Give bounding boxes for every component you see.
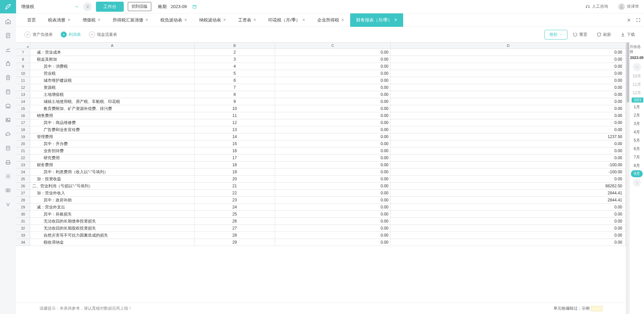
month-item[interactable]: 6月 (634, 145, 640, 153)
month-item[interactable]: 3月 (634, 120, 640, 128)
cell-a[interactable]: 其中：商品维修费 (30, 119, 195, 126)
cell-b[interactable]: 13 (195, 126, 275, 133)
cell-b[interactable]: 22 (195, 190, 275, 197)
tab-8[interactable]: 企业所得税✕ (311, 13, 350, 27)
cell-d[interactable]: 0.00 (391, 232, 626, 239)
cell-a[interactable]: 研究费用 (30, 154, 195, 162)
tab-9[interactable]: 财务报表（月/季）✕ (350, 13, 404, 27)
cell-b[interactable]: 27 (195, 225, 275, 232)
cell-c[interactable]: 0.00 (275, 239, 391, 246)
cell-b[interactable]: 14 (195, 133, 275, 140)
cell-a[interactable]: 其中：开办费 (30, 140, 195, 147)
settings-icon[interactable] (5, 173, 11, 180)
cell-c[interactable]: 0.00 (275, 225, 391, 232)
export-icon[interactable] (5, 145, 11, 151)
period-initial-button[interactable]: 期初 (544, 30, 568, 40)
chart-icon[interactable] (5, 46, 11, 53)
cell-d[interactable]: 0.00 (391, 105, 626, 112)
cell-c[interactable]: 0.00 (275, 169, 391, 176)
cell-d[interactable]: 0.00 (391, 49, 626, 56)
row-header[interactable]: 28 (16, 197, 30, 204)
clipboard-icon[interactable] (5, 74, 11, 81)
select-all-corner[interactable] (16, 43, 30, 49)
row-header[interactable]: 31 (16, 218, 30, 225)
cell-d[interactable]: 0.00 (391, 56, 626, 63)
cell-d[interactable]: 0.00 (391, 70, 626, 77)
close-icon[interactable]: ✕ (394, 18, 397, 22)
cell-c[interactable]: 0.00 (275, 147, 391, 154)
close-icon[interactable]: ✕ (184, 18, 187, 22)
grid-body[interactable]: 7减：营业成本20.000.008税金及附加30.000.009其中：消费税40… (16, 49, 626, 303)
cell-d[interactable]: 0.00 (391, 112, 626, 119)
cell-c[interactable]: 0.00 (275, 126, 391, 133)
cell-b[interactable]: 11 (195, 112, 275, 119)
row-header[interactable]: 34 (16, 239, 30, 246)
cell-c[interactable]: 0.00 (275, 154, 391, 162)
col-header-B[interactable]: B (195, 43, 275, 49)
row-header[interactable]: 17 (16, 119, 30, 126)
cell-c[interactable]: 0.00 (275, 133, 391, 140)
col-header-A[interactable]: A (30, 43, 195, 49)
cell-d[interactable]: -100.00 (391, 169, 626, 176)
cell-c[interactable]: 0.00 (275, 63, 391, 70)
cell-a[interactable]: 销售费用 (30, 112, 195, 119)
cell-b[interactable]: 9 (195, 98, 275, 105)
cell-a[interactable]: 加：投资收益 (30, 176, 195, 183)
cell-d[interactable]: 0.00 (391, 140, 626, 147)
row-header[interactable]: 24 (16, 169, 30, 176)
tab-5[interactable]: 纳税波动表✕ (193, 13, 232, 27)
cell-d[interactable]: 0.00 (391, 119, 626, 126)
cell-b[interactable]: 4 (195, 63, 275, 70)
cell-b[interactable]: 15 (195, 140, 275, 147)
cell-d[interactable]: 0.00 (391, 77, 626, 84)
row-header[interactable]: 16 (16, 112, 30, 119)
v-icon[interactable] (5, 201, 11, 208)
close-icon[interactable]: ✕ (223, 18, 226, 22)
book-icon[interactable] (5, 88, 11, 95)
tax-type-dropdown[interactable]: 增值税 (21, 4, 79, 10)
cell-b[interactable]: 10 (195, 105, 275, 112)
cell-d[interactable]: 0.00 (391, 176, 626, 183)
cell-a[interactable]: 广告费和业务宣传费 (30, 126, 195, 133)
cell-b[interactable]: 16 (195, 147, 275, 154)
close-icon[interactable]: ✕ (145, 18, 148, 22)
cell-b[interactable]: 8 (195, 91, 275, 98)
cell-b[interactable]: 2 (195, 49, 275, 56)
row-header[interactable]: 19 (16, 133, 30, 140)
row-header[interactable]: 7 (16, 49, 30, 56)
cell-d[interactable]: 2844.41 (391, 197, 626, 204)
cell-c[interactable]: 0.00 (275, 112, 391, 119)
row-header[interactable]: 22 (16, 154, 30, 162)
row-header[interactable]: 12 (16, 84, 30, 91)
cell-b[interactable]: 7 (195, 84, 275, 91)
calendar-icon[interactable] (192, 4, 197, 9)
tab-0[interactable]: 首页 (21, 13, 42, 27)
cell-a[interactable]: 减：营业成本 (30, 49, 195, 56)
cell-c[interactable]: 0.00 (275, 176, 391, 183)
cell-b[interactable]: 28 (195, 232, 275, 239)
month-item-active[interactable]: 9月 (631, 170, 643, 177)
row-header[interactable]: 29 (16, 204, 30, 211)
cell-a[interactable]: 管理费用 (30, 133, 195, 140)
cell-b[interactable]: 5 (195, 70, 275, 77)
cell-b[interactable]: 12 (195, 119, 275, 126)
close-icon[interactable]: ✕ (302, 18, 305, 22)
row-header[interactable]: 20 (16, 140, 30, 147)
cell-b[interactable]: 18 (195, 162, 275, 169)
cell-b[interactable]: 21 (195, 183, 275, 190)
tab-6[interactable]: 工资表✕ (232, 13, 262, 27)
cell-a[interactable]: 无法收回的长期债券投资损失 (30, 218, 195, 225)
cell-c[interactable]: 0.00 (275, 49, 391, 56)
inbox-icon[interactable] (5, 159, 11, 166)
cell-a[interactable]: 业务招待费 (30, 147, 195, 154)
month-item[interactable]: 5月 (634, 137, 640, 144)
cell-a[interactable]: 土地增值税 (30, 91, 195, 98)
row-header[interactable]: 8 (16, 56, 30, 63)
month-item[interactable]: 8月 (634, 162, 640, 170)
row-header[interactable]: 30 (16, 211, 30, 218)
cell-a[interactable]: 减：营业外支出 (30, 204, 195, 211)
cell-c[interactable]: 0.00 (275, 197, 391, 204)
cloud-icon[interactable] (5, 131, 11, 137)
cell-a[interactable]: 营业税 (30, 70, 195, 77)
cell-b[interactable]: 23 (195, 197, 275, 204)
